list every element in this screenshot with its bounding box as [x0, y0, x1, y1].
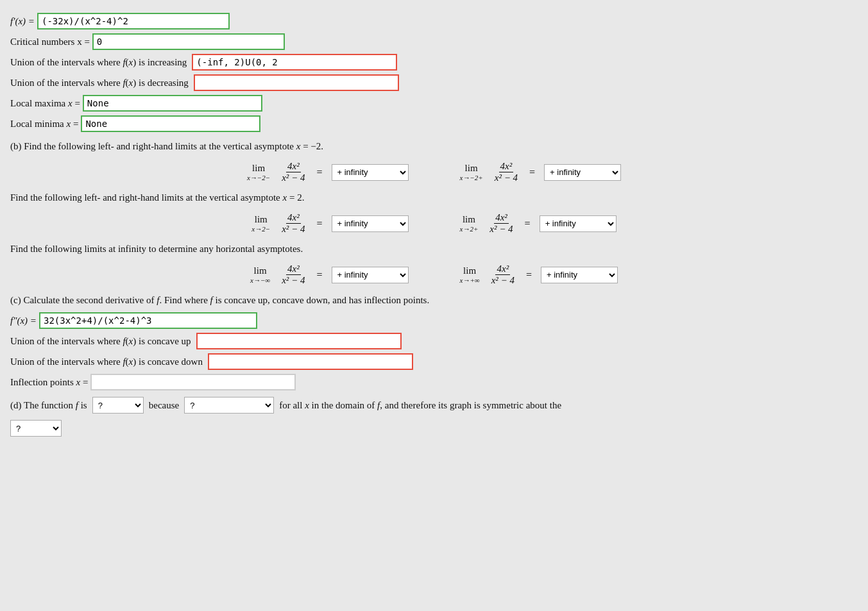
- maxima-label: Local maxima x =: [10, 98, 80, 109]
- concave-up-row: Union of the intervals where f(x) is con…: [10, 333, 858, 349]
- equals-6: =: [526, 269, 532, 281]
- limits-at-infinity: lim x→−∞ 4x² x² − 4 = + infinity - infin…: [10, 264, 858, 286]
- frac-den-2: x² − 4: [493, 172, 519, 183]
- limit3-sub: x→2−: [251, 225, 270, 233]
- frac-den-3: x² − 4: [280, 224, 306, 235]
- minima-input[interactable]: [81, 115, 260, 132]
- section-c-desc: (c) Calculate the second derivative of f…: [10, 295, 858, 306]
- frac-num-1: 4x²: [286, 161, 301, 172]
- frac-num-6: 4x²: [495, 264, 510, 275]
- limit6-select[interactable]: + infinity - infinity Does not exist: [541, 267, 618, 283]
- limit3-select[interactable]: + infinity - infinity Does not exist: [332, 215, 409, 232]
- frac-num-3: 4x²: [286, 212, 301, 224]
- because-label: because: [149, 400, 179, 411]
- frac-den-6: x² − 4: [490, 275, 516, 286]
- fprime2-input[interactable]: [39, 312, 257, 329]
- frac-den-1: x² − 4: [280, 172, 306, 183]
- decreasing-label: Union of the intervals where f(x) is dec…: [10, 78, 189, 88]
- inflection-input[interactable]: [90, 374, 296, 390]
- limit1-select[interactable]: + infinity - infinity Does not exist: [332, 164, 409, 181]
- fprime-input[interactable]: [37, 13, 230, 29]
- critical-row: Critical numbers x =: [10, 33, 858, 50]
- fprime2-label: f″(x) =: [10, 315, 37, 326]
- for-all-label: for all x in the domain of f, and theref…: [279, 400, 561, 411]
- limit2-sub: x→−2+: [460, 174, 483, 181]
- limits-at-pos2: lim x→2− 4x² x² − 4 = + infinity - infin…: [10, 212, 858, 235]
- limit4-sub: x→2+: [460, 225, 479, 233]
- inflection-label: Inflection points x =: [10, 377, 88, 388]
- maxima-row: Local maxima x =: [10, 95, 858, 112]
- concave-down-row: Union of the intervals where f(x) is con…: [10, 353, 858, 370]
- frac-num-5: 4x²: [286, 264, 301, 275]
- limit5-select[interactable]: + infinity - infinity Does not exist: [332, 267, 409, 283]
- concave-up-input[interactable]: [196, 333, 402, 349]
- equals-4: =: [525, 218, 531, 230]
- fprime-row: f′(x) =: [10, 13, 858, 29]
- limit-neg2-right: lim x→−2+ 4x² x² − 4 = + infinity - infi…: [460, 161, 622, 183]
- equals-2: =: [529, 167, 535, 178]
- because-select[interactable]: ? f(x) = f(-x) f(-x) = -f(x): [184, 397, 274, 414]
- frac-den-4: x² − 4: [488, 224, 514, 235]
- limit2-select[interactable]: + infinity - infinity Does not exist: [544, 164, 621, 181]
- frac-num-4: 4x²: [494, 212, 509, 224]
- section-b-desc3: Find the following limits at infinity to…: [10, 244, 858, 255]
- maxima-input[interactable]: [83, 95, 262, 112]
- concave-down-label: Union of the intervals where f(x) is con…: [10, 356, 203, 367]
- frac-den-5: x² − 4: [280, 275, 306, 286]
- limit5-sub: x→−∞: [250, 276, 270, 284]
- equals-3: =: [316, 218, 322, 230]
- limit6-sub: x→+∞: [460, 276, 480, 284]
- fprime2-row: f″(x) =: [10, 312, 858, 329]
- critical-input[interactable]: [92, 33, 285, 50]
- function-type-select[interactable]: ? even odd: [92, 397, 144, 414]
- increasing-input[interactable]: [192, 54, 397, 71]
- decreasing-row: Union of the intervals where f(x) is dec…: [10, 74, 858, 91]
- limit-pos2-left: lim x→2− 4x² x² − 4 = + infinity - infin…: [251, 212, 408, 235]
- increasing-row: Union of the intervals where f(x) is inc…: [10, 54, 858, 71]
- limit-pos-inf: lim x→+∞ 4x² x² − 4 = + infinity - infin…: [460, 264, 618, 286]
- concave-up-label: Union of the intervals where f(x) is con…: [10, 336, 191, 347]
- concave-down-input[interactable]: [208, 353, 413, 370]
- critical-label: Critical numbers x =: [10, 37, 90, 47]
- limit-neg2-left: lim x→−2− 4x² x² − 4 = + infinity - infi…: [247, 161, 409, 183]
- section-b-desc: (b) Find the following left- and right-h…: [10, 141, 858, 152]
- increasing-label: Union of the intervals where f(x) is inc…: [10, 57, 187, 68]
- equals-1: =: [316, 167, 322, 178]
- frac-num-2: 4x²: [499, 161, 514, 172]
- decreasing-input[interactable]: [194, 74, 399, 91]
- section-d-row: (d) The function f is ? even odd because…: [10, 397, 858, 414]
- minima-row: Local minima x =: [10, 115, 858, 132]
- section-d-bottom: ? y-axis origin: [10, 420, 858, 437]
- section-b-desc2: Find the following left- and right-hand …: [10, 192, 858, 203]
- limit-neg-inf: lim x→−∞ 4x² x² − 4 = + infinity - infin…: [250, 264, 408, 286]
- limit1-sub: x→−2−: [247, 174, 270, 181]
- symmetry-select[interactable]: ? y-axis origin: [10, 420, 62, 437]
- section-d-label: (d) The function f is: [10, 400, 87, 411]
- minima-label: Local minima x =: [10, 119, 78, 130]
- limits-at-neg2: lim x→−2− 4x² x² − 4 = + infinity - infi…: [10, 161, 858, 183]
- equals-5: =: [316, 269, 322, 281]
- inflection-row: Inflection points x =: [10, 374, 858, 390]
- fprime-label: f′(x) =: [10, 16, 35, 27]
- limit-pos2-right: lim x→2+ 4x² x² − 4 = + infinity - infin…: [460, 212, 617, 235]
- limit4-select[interactable]: + infinity - infinity Does not exist: [540, 215, 617, 232]
